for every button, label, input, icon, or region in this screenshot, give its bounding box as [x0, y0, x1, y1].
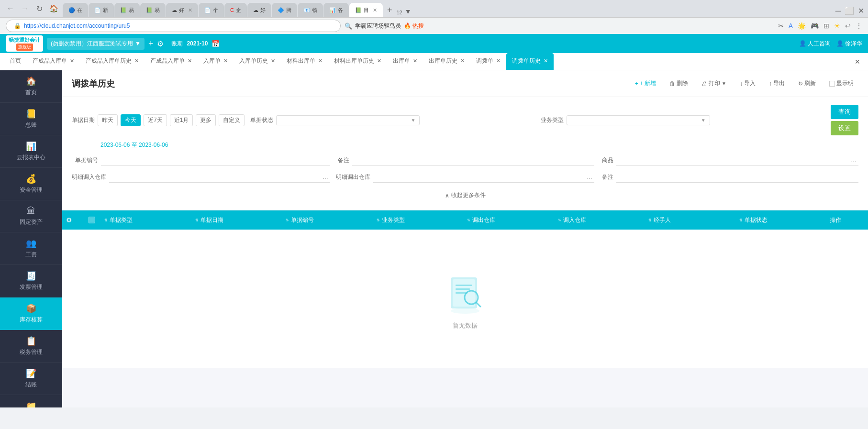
nav-tab-rkd-close[interactable]: ✕	[223, 58, 228, 64]
nav-tab-clckdls-close[interactable]: ✕	[377, 58, 381, 64]
tab-3[interactable]: 📗易	[114, 3, 140, 17]
tab-12[interactable]: 📗目 ✕	[349, 3, 383, 17]
import-btn[interactable]: ↓ 导入	[735, 77, 760, 90]
goods-input[interactable]	[616, 155, 849, 165]
nav-tab-dbdls[interactable]: 调拨单历史 ✕	[506, 53, 554, 70]
service-btn[interactable]: 👤 人工咨询	[799, 40, 831, 48]
add-company-btn[interactable]: +	[148, 39, 154, 49]
tab-4[interactable]: 📗易	[140, 3, 166, 17]
sidebar-item-invoice[interactable]: 🧾 发票管理	[0, 265, 62, 297]
sidebar-item-home[interactable]: 🏠 首页	[0, 70, 62, 103]
nav-tab-home[interactable]: 首页	[4, 53, 27, 70]
note-input[interactable]	[352, 155, 594, 165]
date-yesterday-btn[interactable]: 昨天	[98, 114, 118, 126]
sidebar-item-inventory[interactable]: 📦 库存核算	[0, 297, 62, 330]
nav-tab-dbd[interactable]: 调拨单 ✕	[470, 53, 506, 70]
th-in-warehouse[interactable]: ⇅ 调入仓库	[554, 216, 645, 224]
nav-tab-ckd[interactable]: 出库单 ✕	[387, 53, 423, 70]
tab-list-btn[interactable]: ▼	[405, 8, 412, 17]
nav-tab-rkd[interactable]: 入库单 ✕	[198, 53, 234, 70]
nav-tab-ccrkls[interactable]: 产成品入库单历史 ✕	[80, 53, 145, 70]
address-bar[interactable]: 🔒 https://cloud.chanjet.com/accounting/u…	[6, 20, 341, 32]
sidebar-item-reports[interactable]: 📊 云报表中心	[0, 135, 62, 168]
th-handler[interactable]: ⇅ 经手人	[645, 216, 735, 224]
biz-type-select[interactable]: ▼	[567, 115, 710, 125]
collapse-btn[interactable]: ∧ 收起更多条件	[72, 188, 858, 202]
settings-icon[interactable]: ⚙	[157, 39, 164, 48]
nav-tab-ckd-close[interactable]: ✕	[413, 58, 417, 64]
nav-tab-ccrk2[interactable]: 产成品入库单 ✕	[145, 53, 198, 70]
date-today-btn[interactable]: 今天	[121, 114, 141, 126]
out-warehouse-input[interactable]	[373, 172, 585, 182]
th-out-warehouse[interactable]: ⇅ 调出仓库	[463, 216, 554, 224]
tab-1[interactable]: 🔵在	[63, 3, 88, 17]
tab-10[interactable]: 📧畅	[298, 3, 323, 17]
close-all-tabs[interactable]: ✕	[851, 58, 864, 66]
th-doc-date[interactable]: ⇅ 单据日期	[191, 216, 282, 224]
nav-tab-ckdls-close[interactable]: ✕	[460, 58, 465, 64]
new-tab-btn[interactable]: +	[383, 5, 396, 17]
in-warehouse-more-icon[interactable]: …	[321, 174, 330, 180]
nav-tab-ccrk-close[interactable]: ✕	[70, 58, 74, 64]
display-btn[interactable]: 显示明	[824, 77, 858, 90]
company-selector[interactable]: (勿删勿禁用）江西服宝测试专用 ▼	[47, 38, 145, 50]
back-btn[interactable]: ←	[4, 2, 17, 15]
nav-tab-ccrk[interactable]: 产成品入库单 ✕	[27, 53, 80, 70]
tab-6[interactable]: 📄个	[199, 3, 224, 17]
export-btn[interactable]: ↑ 导出	[764, 77, 790, 90]
minimize-btn[interactable]: ─	[835, 7, 841, 15]
status-select[interactable]: ▼	[276, 115, 420, 125]
date-more-btn[interactable]: 更多	[196, 114, 216, 126]
out-warehouse-more-icon[interactable]: …	[585, 174, 594, 180]
home-btn[interactable]: 🏠	[47, 2, 60, 15]
sidebar-item-ledger[interactable]: 📒 总账	[0, 103, 62, 135]
select-all-checkbox[interactable]	[89, 217, 95, 223]
th-checkbox[interactable]	[83, 217, 100, 223]
tab-12-close[interactable]: ✕	[373, 7, 377, 13]
nav-tab-dbdls-close[interactable]: ✕	[544, 58, 548, 64]
print-btn[interactable]: 🖨 打印 ▼	[697, 77, 731, 90]
query-btn[interactable]: 查询	[831, 105, 858, 119]
nav-tab-clckd[interactable]: 材料出库单 ✕	[281, 53, 328, 70]
nav-tab-ccrkls-close[interactable]: ✕	[134, 58, 139, 64]
th-doc-type[interactable]: ⇅ 单据类型	[100, 216, 191, 224]
nav-tab-rkdls-close[interactable]: ✕	[271, 58, 275, 64]
sidebar-item-tax[interactable]: 📋 税务管理	[0, 330, 62, 363]
sidebar-item-closing[interactable]: 📝 结账	[0, 363, 62, 395]
th-doc-num[interactable]: ⇅ 单据编号	[282, 216, 373, 224]
th-biz-type[interactable]: ⇅ 业务类型	[373, 216, 464, 224]
date-7days-btn[interactable]: 近7天	[144, 114, 167, 126]
tab-8[interactable]: ☁好	[247, 3, 271, 17]
remark-input[interactable]	[616, 172, 858, 182]
date-custom-btn[interactable]: 自定义	[219, 114, 245, 126]
tab-2[interactable]: 📄新	[89, 3, 114, 17]
sidebar-item-archive[interactable]: 📁 归档管理	[0, 395, 62, 407]
delete-btn[interactable]: 🗑 删除	[665, 77, 693, 90]
refresh-btn[interactable]: ↻ 刷新	[793, 77, 821, 90]
tab-9[interactable]: 🔷腾	[272, 3, 297, 17]
new-doc-btn[interactable]: + + 新增	[630, 77, 661, 90]
calendar-icon[interactable]: 📅	[211, 40, 220, 47]
close-btn[interactable]: ✕	[858, 6, 864, 15]
sidebar-item-salary[interactable]: 👥 工资	[0, 232, 62, 265]
user-menu[interactable]: 👤 徐泽华	[836, 40, 862, 48]
sidebar-item-funds[interactable]: 💰 资金管理	[0, 168, 62, 200]
th-doc-status[interactable]: ⇅ 单据状态	[735, 216, 826, 224]
nav-tab-ccrk2-close[interactable]: ✕	[188, 58, 192, 64]
sidebar-item-assets[interactable]: 🏛 固定资产	[0, 200, 62, 232]
doc-num-input[interactable]	[101, 155, 330, 165]
settings-query-btn[interactable]: 设置	[831, 121, 858, 135]
maximize-btn[interactable]: ⬜	[845, 6, 854, 15]
in-warehouse-input[interactable]	[109, 172, 321, 182]
goods-more-icon[interactable]: …	[849, 157, 858, 164]
tab-7[interactable]: C企	[224, 3, 247, 17]
nav-tab-clckdls[interactable]: 材料出库单历史 ✕	[328, 53, 387, 70]
nav-tab-rkdls[interactable]: 入库单历史 ✕	[234, 53, 281, 70]
tab-5-close[interactable]: ✕	[188, 7, 192, 13]
date-1month-btn[interactable]: 近1月	[170, 114, 193, 126]
reload-btn[interactable]: ↻	[33, 2, 46, 15]
tab-11[interactable]: 📊各	[323, 3, 349, 17]
tab-5[interactable]: ☁好 ✕	[166, 3, 198, 17]
th-gear[interactable]: ⚙	[66, 216, 83, 224]
nav-tab-dbd-close[interactable]: ✕	[496, 58, 501, 64]
